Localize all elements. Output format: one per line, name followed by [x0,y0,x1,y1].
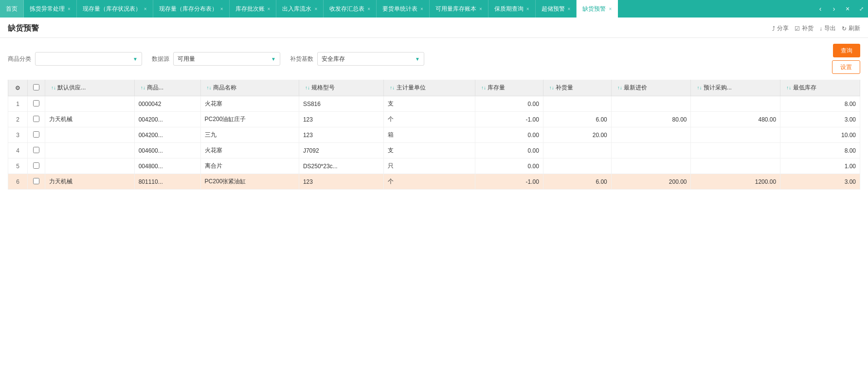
cell-min-stock: 8.00 [780,143,860,158]
cell-min-stock: 8.00 [780,96,860,112]
cell-latest-price: 200.00 [611,174,691,190]
close-tab-abnormal[interactable]: × [68,6,71,12]
sort-icon[interactable]: ↑↓ [481,85,486,90]
tab-batch-account[interactable]: 库存批次账 × [230,0,277,18]
sort-icon[interactable]: ↑↓ [305,85,310,90]
tab-abnormal[interactable]: 拣货异常处理 × [24,0,77,18]
export-icon: ↓ [819,25,822,32]
sort-icon[interactable]: ↑↓ [207,85,212,90]
tab-inout-flow[interactable]: 出入库流水 × [276,0,324,18]
cell-latest-price [611,143,691,158]
sort-icon[interactable]: ↑↓ [786,85,791,90]
sort-icon[interactable]: ↑↓ [390,85,395,90]
row-number: 6 [8,174,28,190]
row-checkbox-cell[interactable] [28,127,45,143]
row-checkbox-cell[interactable] [28,143,45,158]
datasource-filter-select[interactable]: 可用量 ▼ [173,52,280,66]
row-checkbox[interactable] [33,100,39,106]
close-tab-inventory-status[interactable]: × [144,6,147,12]
tab-shortage[interactable]: 缺货预警 × [577,0,618,18]
tab-inventory-dist[interactable]: 现存量（库存分布表） × [153,0,230,18]
select-all-checkbox[interactable] [33,84,39,90]
refresh-button[interactable]: ↻ 刷新 [842,24,860,33]
replenish-base-dropdown-arrow: ▼ [415,56,420,62]
cell-supplier: 力天机械 [45,174,135,190]
table-row: 4 004600... 火花塞 J7092 支 0.00 8.00 [8,143,860,158]
sort-icon[interactable]: ↑↓ [141,85,145,90]
export-button[interactable]: ↓ 导出 [819,24,836,33]
column-settings[interactable]: ⚙ [8,80,28,96]
row-number: 1 [8,96,28,112]
close-tab-demand-stat[interactable]: × [420,6,423,12]
cell-est-purchase: 480.00 [691,112,780,127]
cell-goods-name: 三九 [200,127,299,143]
cell-replenish-qty: 6.00 [543,174,611,190]
tab-demand-stat[interactable]: 要货单统计表 × [377,0,430,18]
row-checkbox[interactable] [33,147,39,153]
page-header: 缺货预警 ⤴ 分享 ☑ 补货 ↓ 导出 ↻ 刷新 [0,18,868,38]
share-button[interactable]: ⤴ 分享 [772,24,789,33]
share-icon: ⤴ [772,25,775,32]
sort-icon[interactable]: ↑↓ [549,85,554,90]
cell-stock-qty: 0.00 [475,127,543,143]
close-tab-inout-flow[interactable]: × [314,6,317,12]
replenish-button[interactable]: ☑ 补货 [795,24,814,33]
close-tab-avail-ledger[interactable]: × [479,6,482,12]
category-filter-group: 商品分类 ▼ [8,52,142,66]
tab-fullscreen-button[interactable]: ⤢ [854,0,868,18]
sort-icon[interactable]: ↑↓ [51,85,56,90]
cell-unit: 箱 [384,127,475,143]
close-tab-shortage[interactable]: × [609,6,612,12]
cell-goods-name: PC200张紧油缸 [200,174,299,190]
column-min-stock: ↑↓ 最低库存 [780,80,860,96]
sort-icon[interactable]: ↑↓ [697,85,702,90]
cell-est-purchase [691,127,780,143]
row-number: 5 [8,158,28,174]
table-row: 3 004200... 三九 123 箱 0.00 20.00 10.00 [8,127,860,143]
tab-prev-button[interactable]: ‹ [814,0,827,18]
column-replenish-qty: ↑↓ 补货量 [543,80,611,96]
table-header-row: ⚙ ↑↓ 默认供应... ↑↓ 商品... ↑↓ 商品 [8,80,860,96]
replenish-base-filter-select[interactable]: 安全库存 ▼ [317,52,424,66]
cell-stock-qty: 0.00 [475,96,543,112]
tab-next-button[interactable]: › [827,0,841,18]
category-dropdown-arrow: ▼ [133,56,138,62]
category-filter-label: 商品分类 [8,55,31,63]
column-spec: ↑↓ 规格型号 [299,80,383,96]
tab-navigation: ‹ › × ⤢ [814,0,868,18]
query-button[interactable]: 查询 [833,44,860,57]
row-checkbox[interactable] [33,162,39,169]
category-filter-select[interactable]: ▼ [35,52,142,66]
row-checkbox[interactable] [33,178,39,184]
row-number: 4 [8,143,28,158]
cell-spec: 123 [299,174,383,190]
row-checkbox-cell[interactable] [28,112,45,127]
cell-latest-price [611,127,691,143]
replenish-icon: ☑ [795,25,800,32]
tab-receive-summary[interactable]: 收发存汇总表 × [324,0,377,18]
row-checkbox[interactable] [33,116,39,122]
table-row: 1 0000042 火花塞 SS816 支 0.00 8.00 [8,96,860,112]
tab-overstock[interactable]: 超储预警 × [536,0,577,18]
cell-spec: SS816 [299,96,383,112]
cell-goods-code: 004600... [134,143,200,158]
row-checkbox-cell[interactable] [28,96,45,112]
row-checkbox-cell[interactable] [28,174,45,190]
row-checkbox[interactable] [33,131,39,138]
close-tab-expiry-query[interactable]: × [526,6,529,12]
close-tab-overstock[interactable]: × [568,6,571,12]
tab-avail-ledger[interactable]: 可用量库存账本 × [430,0,488,18]
tab-expiry-query[interactable]: 保质期查询 × [488,0,536,18]
tab-inventory-status[interactable]: 现存量（库存状况表） × [77,0,153,18]
close-tab-inventory-dist[interactable]: × [220,6,223,12]
tab-close-all-button[interactable]: × [841,0,854,18]
cell-est-purchase: 1200.00 [691,174,780,190]
row-checkbox-cell[interactable] [28,158,45,174]
row-number: 2 [8,112,28,127]
tab-home[interactable]: 首页 [0,0,24,18]
close-tab-batch-account[interactable]: × [268,6,271,12]
sort-icon[interactable]: ↑↓ [617,85,622,90]
gear-icon[interactable]: ⚙ [15,85,20,91]
settings-button[interactable]: 设置 [832,60,860,74]
close-tab-receive-summary[interactable]: × [367,6,370,12]
